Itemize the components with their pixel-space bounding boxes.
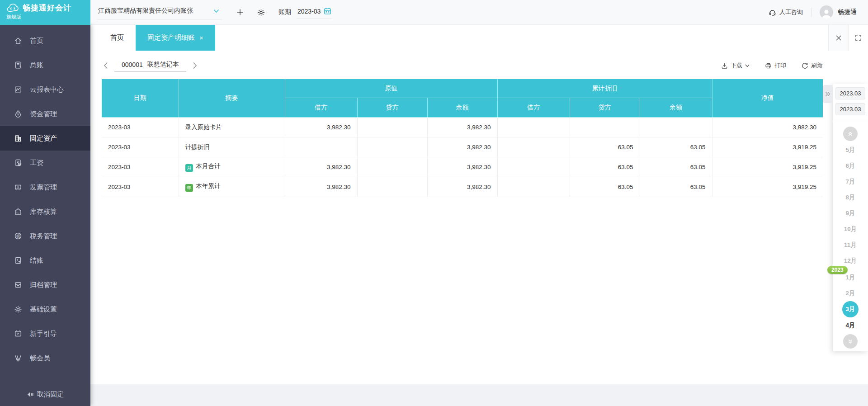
close-all-tabs-button[interactable] xyxy=(828,25,848,51)
col-header-summary[interactable]: 摘要 xyxy=(179,79,285,118)
table-row[interactable]: 2023-03录入原始卡片3,982.303,982.303,982.30 xyxy=(102,118,823,137)
print-button[interactable]: 打印 xyxy=(765,61,786,70)
cell-summary: 计提折旧 xyxy=(179,137,285,157)
calendar-icon xyxy=(324,7,331,15)
cell-ov-balance: 3,982.30 xyxy=(427,157,497,177)
cell-date: 2023-03 xyxy=(102,177,179,197)
download-button[interactable]: 下载 xyxy=(721,61,750,70)
refresh-button[interactable]: 刷新 xyxy=(802,61,823,70)
sidebar-item-tax[interactable]: 税税务管理 xyxy=(0,224,90,248)
cell-net: 3,919.25 xyxy=(712,177,823,197)
user-name[interactable]: 畅捷通 xyxy=(838,8,857,16)
asset-selector[interactable]: 000001 联想笔记本 xyxy=(114,60,186,71)
cell-net: 3,919.25 xyxy=(712,157,823,177)
period-chip-to[interactable]: 2023.03 xyxy=(835,103,865,115)
asset-name: 联想笔记本 xyxy=(147,61,179,69)
col-header-dep-credit[interactable]: 贷方 xyxy=(570,98,640,118)
sidebar-item-report[interactable]: 云报表中心 xyxy=(0,77,90,102)
sidebar-item-label: 库存核算 xyxy=(30,208,57,216)
close-icon[interactable]: × xyxy=(199,34,203,41)
cell-ov-debit: 3,982.30 xyxy=(285,157,357,177)
col-group-original-value[interactable]: 原值 xyxy=(285,79,497,98)
scroll-down-button[interactable] xyxy=(843,334,858,349)
fullscreen-icon[interactable] xyxy=(848,25,868,51)
cell-dep-balance: 63.05 xyxy=(640,137,712,157)
ledger-icon: ¥ xyxy=(14,61,23,70)
prev-asset-button[interactable] xyxy=(104,62,108,69)
sidebar-item-vip[interactable]: 畅会员 xyxy=(0,346,90,370)
sidebar-item-invoice[interactable]: ¥发票管理 xyxy=(0,175,90,199)
month-item[interactable]: 9月 xyxy=(840,205,861,221)
tab-home[interactable]: 首页 xyxy=(99,25,136,51)
table-row[interactable]: 2023-03年本年累计3,982.303,982.3063.0563.053,… xyxy=(102,177,823,197)
col-header-date[interactable]: 日期 xyxy=(102,79,179,118)
sidebar-item-closing[interactable]: ¥结账 xyxy=(0,248,90,273)
sidebar-item-settings[interactable]: 基础设置 xyxy=(0,297,90,321)
col-header-ov-balance[interactable]: 余额 xyxy=(427,98,497,118)
next-asset-button[interactable] xyxy=(193,62,197,69)
month-item[interactable]: 10月 xyxy=(840,221,861,237)
sidebar-item-building[interactable]: 固定资产 xyxy=(0,126,90,151)
payroll-icon xyxy=(14,158,23,167)
month-item[interactable]: 7月 xyxy=(840,174,861,189)
sidebar-item-label: 固定资产 xyxy=(30,134,57,143)
support-link[interactable]: 人工咨询 xyxy=(769,8,803,16)
tabs: 首页固定资产明细账× xyxy=(99,25,215,51)
table-row[interactable]: 2023-03月本月合计3,982.303,982.3063.0563.053,… xyxy=(102,157,823,177)
chevron-down-icon xyxy=(213,9,219,13)
month-item[interactable]: 2月 xyxy=(840,285,861,301)
month-total-badge-icon: 月 xyxy=(185,164,193,172)
cell-date: 2023-03 xyxy=(102,118,179,137)
month-item[interactable]: 6月 xyxy=(840,158,861,174)
month-item[interactable]: 4月 xyxy=(840,317,861,333)
cell-dep-debit xyxy=(497,157,570,177)
sidebar-item-archive[interactable]: 归档管理 xyxy=(0,273,90,297)
main-area: 首页固定资产明细账× 000001 联想笔记本 xyxy=(90,25,868,406)
cell-dep-debit xyxy=(497,177,570,197)
add-account-button[interactable] xyxy=(236,9,244,16)
sidebar-item-warehouse[interactable]: 库存核算 xyxy=(0,199,90,224)
period-panel-expander[interactable] xyxy=(823,85,833,103)
month-item[interactable]: 11月 xyxy=(840,237,861,253)
cell-date: 2023-03 xyxy=(102,157,179,177)
month-item[interactable]: 8月 xyxy=(840,189,861,205)
cell-dep-credit xyxy=(570,118,640,137)
unpin-sidebar-button[interactable]: 取消固定 xyxy=(0,385,90,406)
cloud-logo-icon xyxy=(6,3,19,13)
sidebar-item-home[interactable]: 首页 xyxy=(0,28,90,53)
period-value: 2023-03 xyxy=(297,8,321,15)
cell-date: 2023-03 xyxy=(102,137,179,157)
download-tray-icon xyxy=(721,62,728,69)
sidebar-item-label: 工资 xyxy=(30,159,43,167)
asset-code: 000001 xyxy=(122,61,143,68)
cell-summary: 年本年累计 xyxy=(179,177,285,197)
scroll-up-button[interactable] xyxy=(843,127,858,141)
table-row[interactable]: 2023-03计提折旧3,982.3063.0563.053,919.25 xyxy=(102,137,823,157)
sidebar-item-payroll[interactable]: 工资 xyxy=(0,151,90,175)
col-header-ov-debit[interactable]: 借方 xyxy=(285,98,357,118)
cell-dep-credit: 63.05 xyxy=(570,177,640,197)
period-picker[interactable]: 2023-03 xyxy=(297,5,332,19)
sidebar-item-guide[interactable]: 新手引导 xyxy=(0,321,90,346)
col-header-ov-credit[interactable]: 贷方 xyxy=(357,98,427,118)
sidebar-item-ledger[interactable]: ¥总账 xyxy=(0,53,90,77)
col-header-dep-debit[interactable]: 借方 xyxy=(497,98,570,118)
warehouse-icon xyxy=(14,207,23,216)
col-header-dep-balance[interactable]: 余额 xyxy=(640,98,712,118)
gear-icon[interactable] xyxy=(257,9,265,16)
tab-label: 固定资产明细账 xyxy=(147,33,195,42)
company-selector[interactable]: 江西服宝精品有限责任公司内账张 xyxy=(97,5,222,19)
cell-dep-credit: 63.05 xyxy=(570,157,640,177)
app-title: 畅捷通好会计 xyxy=(23,3,71,13)
col-group-accumulated-depreciation[interactable]: 累计折旧 xyxy=(497,79,712,98)
sidebar-item-money[interactable]: ¥资金管理 xyxy=(0,102,90,126)
tab-fixed-asset-ledger[interactable]: 固定资产明细账× xyxy=(136,25,215,51)
period-chip-from[interactable]: 2023.03 xyxy=(835,87,865,99)
month-item[interactable]: 3月 xyxy=(842,301,859,317)
avatar[interactable] xyxy=(820,5,833,19)
invoice-icon: ¥ xyxy=(14,183,23,192)
cell-ov-balance: 3,982.30 xyxy=(427,177,497,197)
col-header-net-value[interactable]: 净值 xyxy=(712,79,823,118)
tab-label: 首页 xyxy=(110,33,124,42)
month-item[interactable]: 5月 xyxy=(840,142,861,158)
